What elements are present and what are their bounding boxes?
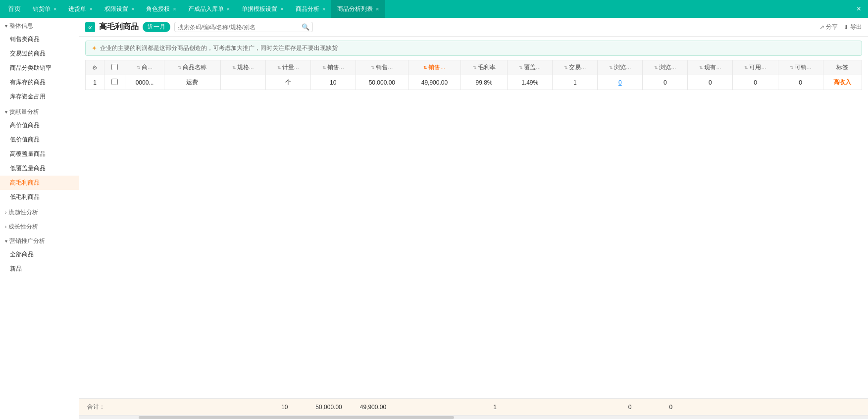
group-growth-label: 成长性分析 bbox=[8, 223, 38, 231]
nav-goods-analysis-list[interactable]: 商品分析列表 × bbox=[331, 0, 385, 18]
th-code[interactable]: ⇅商... bbox=[125, 60, 164, 75]
th-available[interactable]: ⇅可用... bbox=[733, 60, 778, 75]
group-trend-arrow: › bbox=[5, 210, 6, 215]
footer-sale-qty: 10 bbox=[281, 404, 288, 411]
th-settings[interactable]: ⚙ bbox=[86, 60, 104, 75]
sidebar-item-low-value[interactable]: 低价值商品 bbox=[0, 133, 79, 147]
group-marketing-label: 营销推广分析 bbox=[9, 237, 45, 245]
sidebar-group-trend[interactable]: › 流趋性分析 bbox=[0, 204, 79, 219]
th-stock[interactable]: ⇅现有... bbox=[688, 60, 733, 75]
footer-saleable: 0 bbox=[669, 404, 673, 411]
view1-link[interactable]: 0 bbox=[618, 79, 622, 86]
sidebar-group-overall[interactable]: ▾ 整体信息 bbox=[0, 18, 79, 32]
nav-home[interactable]: 首页 bbox=[2, 0, 27, 18]
share-button[interactable]: ↗ 分享 bbox=[819, 23, 838, 31]
th-coverage[interactable]: ⇅覆盖... bbox=[508, 60, 553, 75]
cell-spec bbox=[220, 75, 265, 90]
content-header: « 高毛利商品 近一月 🔍 ↗ 分享 ⬇ 导出 bbox=[79, 18, 868, 37]
close-purchase-tab[interactable]: × bbox=[89, 6, 92, 12]
sidebar-item-sales-goods[interactable]: 销售类商品 bbox=[0, 32, 79, 47]
sidebar-item-stock-goods[interactable]: 有库存的商品 bbox=[0, 75, 79, 90]
th-sale-amt[interactable]: ⇅销售... bbox=[356, 60, 408, 75]
close-product-warehouse-tab[interactable]: × bbox=[227, 6, 230, 12]
search-icon[interactable]: 🔍 bbox=[302, 23, 309, 31]
th-trade[interactable]: ⇅交易... bbox=[553, 60, 598, 75]
th-saleable[interactable]: ⇅可销... bbox=[778, 60, 823, 75]
sidebar-item-all-goods[interactable]: 全部商品 bbox=[0, 247, 79, 262]
search-input[interactable] bbox=[178, 24, 302, 31]
close-sales-tab[interactable]: × bbox=[53, 6, 56, 12]
sidebar-item-high-gross[interactable]: 高毛利商品 bbox=[0, 176, 79, 190]
nav-roles[interactable]: 角色授权 × bbox=[140, 0, 182, 18]
sidebar-item-low-coverage[interactable]: 低覆盖量商品 bbox=[0, 161, 79, 176]
th-unit[interactable]: ⇅计量... bbox=[265, 60, 310, 75]
footer-sale-amt: 50,000.00 bbox=[315, 404, 342, 411]
content-area: « 高毛利商品 近一月 🔍 ↗ 分享 ⬇ 导出 ✦ 企业的主要的利润都是这部 bbox=[79, 18, 868, 419]
cell-checkbox[interactable] bbox=[104, 75, 125, 90]
export-button[interactable]: ⬇ 导出 bbox=[844, 23, 862, 31]
sidebar-item-category-assist[interactable]: 商品分类助销率 bbox=[0, 61, 79, 75]
sidebar-group-marketing[interactable]: ▾ 营销推广分析 bbox=[0, 233, 79, 247]
sidebar-item-low-gross[interactable]: 低毛利商品 bbox=[0, 190, 79, 204]
group-trend-label: 流趋性分析 bbox=[8, 208, 38, 217]
sidebar-item-new-goods[interactable]: 新品 bbox=[0, 262, 79, 276]
close-roles-tab[interactable]: × bbox=[173, 6, 176, 12]
group-overall-label: 整体信息 bbox=[9, 22, 33, 30]
th-name[interactable]: ⇅商品名称 bbox=[164, 60, 220, 75]
nav-permissions[interactable]: 权限设置 × bbox=[99, 0, 140, 18]
main-layout: ▾ 整体信息 销售类商品 交易过的商品 商品分类助销率 有库存的商品 库存资金占… bbox=[0, 18, 868, 419]
th-spec[interactable]: ⇅规格... bbox=[220, 60, 265, 75]
header-actions: ↗ 分享 ⬇ 导出 bbox=[819, 23, 862, 31]
sidebar-group-growth[interactable]: › 成长性分析 bbox=[0, 219, 79, 233]
cell-coverage: 1.49% bbox=[508, 75, 553, 90]
close-all-tabs[interactable]: × bbox=[852, 4, 866, 13]
close-goods-analysis-tab[interactable]: × bbox=[322, 6, 325, 12]
share-icon: ↗ bbox=[819, 24, 824, 31]
nav-product-warehouse[interactable]: 产成品入库单 × bbox=[182, 0, 236, 18]
cell-tag: 高收入 bbox=[823, 75, 862, 90]
close-goods-analysis-list-tab[interactable]: × bbox=[376, 6, 379, 12]
sidebar-item-traded-goods[interactable]: 交易过的商品 bbox=[0, 47, 79, 61]
cell-available: 0 bbox=[733, 75, 778, 90]
tip-text: 企业的主要的利润都是这部分商品创造的，可考虑加大推广，同时关注库存是不要出现缺货 bbox=[100, 44, 338, 52]
th-tag[interactable]: 标签 bbox=[823, 60, 862, 75]
cell-view2: 0 bbox=[643, 75, 688, 90]
tip-icon: ✦ bbox=[92, 45, 97, 52]
scrollbar-thumb[interactable] bbox=[139, 416, 454, 419]
th-checkbox[interactable] bbox=[104, 60, 125, 75]
export-icon: ⬇ bbox=[844, 24, 849, 31]
collapse-sidebar-button[interactable]: « bbox=[85, 22, 95, 32]
close-template-tab[interactable]: × bbox=[280, 6, 283, 12]
search-wrap: 🔍 bbox=[174, 22, 313, 32]
sidebar-item-high-value[interactable]: 高价值商品 bbox=[0, 118, 79, 133]
nav-goods-analysis[interactable]: 商品分析 × bbox=[290, 0, 331, 18]
row-checkbox[interactable] bbox=[111, 79, 118, 85]
footer-bar: 合计： 10 50,000.00 49,900.00 1 0 0 bbox=[79, 398, 868, 415]
nav-sales[interactable]: 销货单 × bbox=[27, 0, 62, 18]
group-overall-arrow: ▾ bbox=[5, 23, 7, 29]
export-label: 导出 bbox=[850, 23, 862, 31]
period-button[interactable]: 近一月 bbox=[143, 22, 170, 32]
th-sale-profit[interactable]: ⇅销售... bbox=[408, 60, 460, 75]
page-title: 高毛利商品 bbox=[99, 22, 139, 32]
th-gross-rate[interactable]: ⇅毛利率 bbox=[460, 60, 507, 75]
data-table: ⚙ ⇅商... ⇅商品名称 ⇅规格... ⇅计量... ⇅销售... ⇅销售..… bbox=[85, 60, 862, 90]
th-sale-qty[interactable]: ⇅销售... bbox=[310, 60, 356, 75]
th-view2[interactable]: ⇅浏览... bbox=[643, 60, 688, 75]
sidebar-item-stock-fund[interactable]: 库存资金占用 bbox=[0, 90, 79, 104]
nav-purchase[interactable]: 进货单 × bbox=[62, 0, 98, 18]
sidebar-item-high-coverage[interactable]: 高覆盖量商品 bbox=[0, 147, 79, 161]
cell-index: 1 bbox=[86, 75, 104, 90]
close-permissions-tab[interactable]: × bbox=[131, 6, 134, 12]
cell-trade: 1 bbox=[553, 75, 598, 90]
tip-bar: ✦ 企业的主要的利润都是这部分商品创造的，可考虑加大推广，同时关注库存是不要出现… bbox=[85, 41, 862, 56]
select-all-checkbox[interactable] bbox=[111, 64, 118, 70]
horizontal-scrollbar[interactable] bbox=[79, 415, 868, 419]
cell-view1[interactable]: 0 bbox=[598, 75, 643, 90]
share-label: 分享 bbox=[826, 23, 838, 31]
cell-code: 0000... bbox=[125, 75, 164, 90]
sidebar-group-contribution[interactable]: ▾ 贡献量分析 bbox=[0, 104, 79, 118]
nav-template[interactable]: 单据模板设置 × bbox=[236, 0, 289, 18]
th-view1[interactable]: ⇅浏览... bbox=[598, 60, 643, 75]
cell-sale-qty: 10 bbox=[310, 75, 356, 90]
